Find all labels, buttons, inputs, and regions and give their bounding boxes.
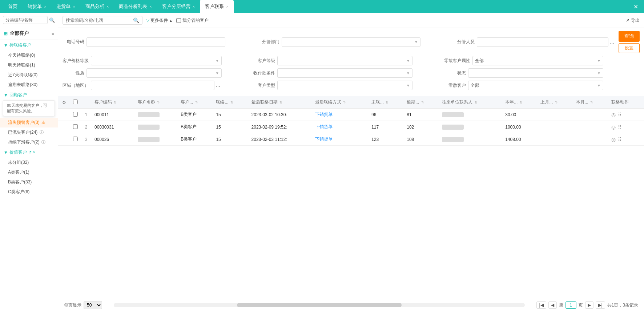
sidebar-item-churn-warning[interactable]: 流失预警客户(3) ⚠ (0, 118, 58, 127)
filter-phone-input[interactable] (86, 37, 225, 47)
page-last-btn[interactable]: ▶| (596, 301, 605, 309)
my-customers-check[interactable] (176, 18, 181, 23)
filter-person-select[interactable] (477, 37, 608, 47)
col-unit-contact[interactable]: 往来单位联系人 ⇅ (439, 96, 502, 109)
col-last-date[interactable]: 最后联络日期 ⇅ (249, 96, 312, 109)
filter-zero-customer-select[interactable]: 全部 ▼ (468, 81, 603, 90)
filter-dept-select[interactable]: ▼ (282, 37, 420, 47)
sidebar-group-value[interactable]: ▼ 价值客户 ↺ ✎ (0, 147, 58, 158)
chevron-down-icon-5: ▼ (216, 71, 219, 75)
global-close-btn[interactable]: ✕ (631, 3, 641, 10)
toolbar-my-customers-checkbox[interactable]: 我分管的客户 (176, 17, 209, 24)
toolbar-export-btn[interactable]: ↗ 导出 (626, 17, 640, 24)
tab-purchase[interactable]: 进货单 × (51, 0, 80, 13)
sidebar-item-7days-pending[interactable]: 近7天待联络(0) (0, 70, 58, 80)
tab-purchase-close[interactable]: × (73, 4, 75, 9)
col-last-type[interactable]: 最后联络方式 ⇅ (312, 96, 369, 109)
tab-sales[interactable]: 销货单 × (23, 0, 51, 13)
sort-arrows-uncontacted: ⇅ (386, 101, 389, 104)
horizontal-scrollbar[interactable] (102, 303, 536, 307)
main-layout: 🔍 ⊞ 全部客户 « ▼ 待联络客户 今天待联络(0) 明天待联络(1) 近7天… (0, 13, 644, 312)
filter-gender-select[interactable]: ▼ (86, 68, 222, 78)
select-all-checkbox[interactable] (73, 100, 78, 104)
row-this-month-cell (573, 121, 608, 133)
tab-analysis-close[interactable]: × (106, 4, 109, 9)
filter-price-level-select[interactable]: ▼ (91, 56, 222, 65)
tab-customer-contact-close[interactable]: × (226, 4, 228, 9)
table-row: 3 000026 blurred5 B类客户 15 2023-02-03 11:… (58, 133, 644, 146)
sidebar-item-declining[interactable]: 持续下滑客户(2) ⓘ (0, 137, 58, 147)
tab-analysis-list-close[interactable]: × (149, 4, 152, 9)
action-more-icon[interactable]: ⠿ (618, 137, 621, 142)
tab-customer-layer-close[interactable]: × (193, 4, 195, 9)
toolbar-filter-btn[interactable]: ▽ 更多条件 ▲ (146, 17, 173, 24)
collapse-icon[interactable]: « (52, 31, 54, 36)
sidebar-item-class-b[interactable]: B类客户(33) (0, 177, 58, 187)
action-more-icon[interactable]: ⠿ (618, 124, 621, 130)
page-number-input[interactable] (565, 301, 576, 309)
row-last-type-cell[interactable]: 下销货单 (312, 109, 369, 121)
col-name[interactable]: 客户名称 ⇅ (135, 96, 178, 109)
sort-arrows-type: ⇅ (195, 101, 198, 104)
tab-customer-layer[interactable]: 客户分层经营 × (157, 0, 200, 13)
page-prev-btn[interactable]: ◀ (548, 301, 557, 309)
sidebar-item-ungrouped[interactable]: 未分组(32) (0, 158, 58, 167)
tab-home[interactable]: 首页 (3, 0, 23, 13)
filter-payment-select[interactable]: ▼ (277, 68, 412, 78)
tab-analysis[interactable]: 商品分析 × (80, 0, 114, 13)
toolbar-search-input[interactable] (66, 18, 133, 23)
row-checkbox[interactable] (73, 112, 78, 117)
action-contact-icon[interactable]: ◎ (611, 124, 616, 130)
page-size-select[interactable]: 50 100 (84, 301, 102, 309)
edit-icon[interactable]: ✎ (32, 150, 36, 155)
col-last-month[interactable]: 上月... ⇅ (538, 96, 573, 109)
col-this-year[interactable]: 本年... ⇅ (502, 96, 538, 109)
col-uncontacted[interactable]: 未联... ⇅ (369, 96, 404, 109)
sidebar-item-churned[interactable]: 已流失客户(24) ⓘ (0, 127, 58, 137)
sidebar-search-input[interactable] (3, 16, 48, 24)
col-settings[interactable]: ⚙ (58, 96, 70, 109)
page-next-btn[interactable]: ▶ (585, 301, 593, 309)
col-code[interactable]: 客户编码 ⇅ (92, 96, 135, 109)
filter-person-more-btn[interactable]: … (608, 40, 616, 45)
filter-zero-attr-select[interactable]: 全部 ▼ (472, 56, 603, 65)
sidebar-group-pending[interactable]: ▼ 待联络客户 (0, 40, 58, 50)
row-uncontacted-cell: 123 (369, 133, 404, 146)
col-type[interactable]: 客户... ⇅ (178, 96, 213, 109)
filter-status-select[interactable]: ▼ (468, 68, 603, 78)
action-contact-icon[interactable]: ◎ (611, 112, 616, 118)
sidebar-item-class-c[interactable]: C类客户(6) (0, 187, 58, 197)
query-btn[interactable]: 查询 (619, 31, 640, 42)
row-last-type-cell[interactable]: 下销货单 (312, 121, 369, 133)
settings-btn[interactable]: 设置 (619, 43, 640, 53)
refresh-icon[interactable]: ↺ (28, 150, 32, 155)
tab-sales-close[interactable]: × (44, 4, 46, 9)
sidebar-item-class-a[interactable]: A类客户(1) (0, 167, 58, 177)
sidebar-item-overdue-pending[interactable]: 逾期未联络(30) (0, 80, 58, 90)
row-last-type-cell[interactable]: 下销货单 (312, 133, 369, 146)
action-more-icon[interactable]: ⠿ (618, 112, 621, 118)
col-contact[interactable]: 联络... ⇅ (213, 96, 248, 109)
page-first-btn[interactable]: |◀ (536, 301, 546, 309)
row-checkbox[interactable] (73, 124, 78, 129)
sidebar-search-icon[interactable]: 🔍 (49, 17, 55, 23)
action-contact-icon[interactable]: ◎ (611, 137, 616, 142)
filter-person: 分管人员 … (453, 37, 616, 47)
toolbar-search-icon[interactable]: 🔍 (133, 17, 139, 23)
sort-arrows-year: ⇅ (520, 101, 523, 104)
filter-area-more-btn[interactable]: … (214, 83, 222, 88)
col-overdue[interactable]: 逾期... ⇅ (404, 96, 439, 109)
sidebar-item-tomorrow-pending[interactable]: 明天待联络(1) (0, 60, 58, 70)
tab-customer-contact[interactable]: 客户联系 × (200, 0, 233, 13)
sidebar-all-customers[interactable]: ⊞ 全部客户 « (0, 27, 58, 40)
row-contact-cell: 15 (213, 109, 248, 121)
col-this-month[interactable]: 本月... ⇅ (573, 96, 608, 109)
filter-customer-type-select[interactable]: ▼ (277, 81, 412, 90)
export-icon: ↗ (626, 18, 629, 23)
filter-area-select[interactable] (91, 81, 214, 90)
row-checkbox[interactable] (73, 137, 78, 141)
filter-customer-level-select[interactable]: ▼ (277, 56, 412, 65)
sidebar-item-today-pending[interactable]: 今天待联络(0) (0, 50, 58, 60)
tab-analysis-list[interactable]: 商品分析列表 × (114, 0, 157, 13)
sidebar-group-review[interactable]: ▼ 回顾客户 (0, 90, 58, 100)
